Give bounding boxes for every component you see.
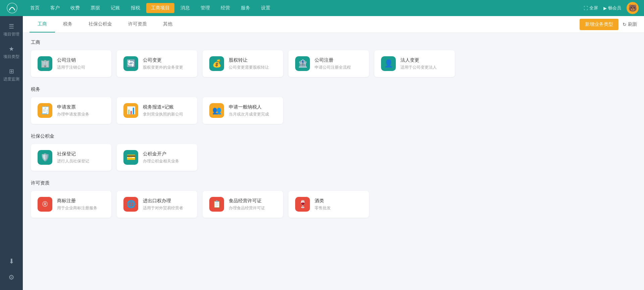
svg-point-0 [7, 3, 17, 13]
card-desc: 办理公积金相关业务 [143, 158, 179, 164]
card-进出口权办理[interactable]: 🌐进出口权办理适用于对外贸易经营者 [117, 191, 197, 218]
tab-其他[interactable]: 其他 [155, 16, 180, 32]
tab-bar: 工商税务社保公积金许可资质其他 新增业务类型 ↻ 刷新 [23, 16, 644, 33]
tab-税务[interactable]: 税务 [55, 16, 80, 32]
section-title: 税务 [31, 86, 636, 92]
card-申请发票[interactable]: 🧾申请发票办理申请发票业务 [31, 97, 111, 124]
card-name: 食品经营许可证 [229, 198, 265, 204]
card-公司变更[interactable]: 🔄公司变更股权变更外的业务变更 [117, 50, 197, 77]
list-icon: ☰ [8, 23, 15, 30]
card-社保登记[interactable]: 🛡️社保登记进行人员社保登记 [31, 144, 111, 171]
card-name: 商标注册 [57, 198, 97, 204]
nav-item-记账[interactable]: 记账 [106, 3, 125, 13]
download-button[interactable]: ⬇ [5, 254, 18, 269]
card-desc: 适用于注销公司 [57, 65, 85, 70]
nav-item-工商项目[interactable]: 工商项目 [146, 3, 174, 13]
member-label: 畅会员 [608, 5, 621, 11]
card-食品经营许可证[interactable]: 📋食品经营许可证办理食品经营许可证 [203, 191, 283, 218]
cards-grid: 🏢公司注销适用于注销公司🔄公司变更股权变更外的业务变更💰股权转让公司变更需要股权… [31, 50, 636, 77]
card-text: 公司注销适用于注销公司 [57, 57, 85, 70]
sidebar-bottom: ⬇ ⚙ [5, 254, 18, 290]
card-公司注销[interactable]: 🏢公司注销适用于注销公司 [31, 50, 111, 77]
card-法人变更[interactable]: 👤法人变更适用于公司变更法人 [374, 50, 455, 77]
refresh-icon: ↻ [623, 22, 627, 27]
sidebar-label-progress-monitor: 进度监测 [3, 76, 19, 82]
sidebar-label-project-type: 项目类型 [3, 54, 19, 60]
card-desc: 用于企业商标注册服务 [57, 205, 97, 211]
new-type-button[interactable]: 新增业务类型 [580, 19, 619, 30]
card-股权转让[interactable]: 💰股权转让公司变更需要股权转让 [203, 50, 283, 77]
left-sidebar: ☰ 项目管理 ★ 项目类型 ⊞ 进度监测 ⬇ ⚙ [0, 16, 23, 290]
card-name: 酒类 [315, 198, 331, 204]
member-icon: ▶ [603, 6, 607, 11]
card-text: 申请一般纳税人当月或次月成变更完成 [229, 104, 269, 117]
card-name: 公司注销 [57, 57, 85, 63]
nav-item-经营[interactable]: 经营 [216, 3, 235, 13]
card-name: 公司注册 [315, 57, 351, 63]
content-area: 工商税务社保公积金许可资质其他 新增业务类型 ↻ 刷新 工商🏢公司注销适用于注销… [23, 16, 644, 290]
card-desc: 办理申请发票业务 [57, 112, 89, 117]
tab-许可资质[interactable]: 许可资质 [120, 16, 155, 32]
card-icon: 👥 [209, 103, 224, 118]
star-icon: ★ [8, 45, 15, 53]
nav-item-设置[interactable]: 设置 [256, 3, 275, 13]
nav-items: 首页客户收费票据记账报税工商项目消息管理经营服务设置 [25, 3, 584, 13]
main-layout: ☰ 项目管理 ★ 项目类型 ⊞ 进度监测 ⬇ ⚙ 工商税务社保公积金许可资质其他… [0, 16, 644, 290]
nav-item-管理[interactable]: 管理 [196, 3, 215, 13]
card-申请一般纳税人[interactable]: 👥申请一般纳税人当月或次月成变更完成 [203, 97, 283, 124]
cards-grid: 🧾申请发票办理申请发票业务📊税务报道+记账拿到营业执照的新公司👥申请一般纳税人当… [31, 97, 636, 124]
card-desc: 当月或次月成变更完成 [229, 112, 269, 117]
card-text: 申请发票办理申请发票业务 [57, 104, 89, 117]
section-税务: 税务🧾申请发票办理申请发票业务📊税务报道+记账拿到营业执照的新公司👥申请一般纳税… [31, 86, 636, 124]
settings-wheel-button[interactable]: ⚙ [5, 270, 18, 285]
fullscreen-button[interactable]: ⛶ 全屏 [584, 5, 598, 11]
monitor-icon: ⊞ [8, 68, 15, 75]
tab-社保公积金[interactable]: 社保公积金 [80, 16, 120, 32]
card-name: 公司变更 [143, 57, 183, 63]
card-icon: 🧾 [38, 103, 52, 118]
card-酒类[interactable]: 🍷酒类零售批发 [288, 191, 369, 218]
section-社保公积金: 社保公积金🛡️社保登记进行人员社保登记💳公积金开户办理公积金相关业务 [31, 133, 636, 171]
tab-工商[interactable]: 工商 [30, 16, 55, 32]
cards-grid: ®商标注册用于企业商标注册服务🌐进出口权办理适用于对外贸易经营者📋食品经营许可证… [31, 191, 636, 218]
refresh-button[interactable]: ↻ 刷新 [623, 21, 637, 27]
card-text: 税务报道+记账拿到营业执照的新公司 [143, 104, 183, 117]
scroll-content[interactable]: 工商🏢公司注销适用于注销公司🔄公司变更股权变更外的业务变更💰股权转让公司变更需要… [23, 33, 644, 290]
sidebar-item-project-type[interactable]: ★ 项目类型 [0, 41, 23, 64]
nav-item-服务[interactable]: 服务 [236, 3, 255, 13]
card-name: 股权转让 [229, 57, 269, 63]
card-税务报道+记账[interactable]: 📊税务报道+记账拿到营业执照的新公司 [117, 97, 197, 124]
card-text: 食品经营许可证办理食品经营许可证 [229, 198, 265, 211]
card-text: 公司变更股权变更外的业务变更 [143, 57, 183, 70]
user-avatar[interactable]: 🐻 [627, 2, 639, 14]
card-icon: 🌐 [123, 197, 138, 212]
nav-item-收费[interactable]: 收费 [66, 3, 85, 13]
member-button[interactable]: ▶ 畅会员 [603, 5, 621, 11]
card-公积金开户[interactable]: 💳公积金开户办理公积金相关业务 [117, 144, 197, 171]
nav-item-票据[interactable]: 票据 [86, 3, 105, 13]
card-desc: 零售批发 [315, 205, 331, 211]
fullscreen-label: 全屏 [589, 5, 598, 11]
card-icon: 📋 [209, 197, 224, 212]
nav-item-客户[interactable]: 客户 [46, 3, 64, 13]
nav-item-消息[interactable]: 消息 [176, 3, 195, 13]
section-title: 许可资质 [31, 180, 636, 186]
card-icon: 💰 [209, 56, 224, 71]
sidebar-label-project-management: 项目管理 [3, 31, 19, 37]
card-商标注册[interactable]: ®商标注册用于企业商标注册服务 [31, 191, 111, 218]
card-desc: 拿到营业执照的新公司 [143, 112, 183, 117]
card-公司注册[interactable]: 🏦公司注册申请公司注册全流程 [288, 50, 369, 77]
card-name: 进出口权办理 [143, 198, 183, 204]
nav-item-首页[interactable]: 首页 [25, 3, 44, 13]
sidebar-item-progress-monitor[interactable]: ⊞ 进度监测 [0, 64, 23, 86]
card-icon: 🍷 [295, 197, 310, 212]
nav-item-报税[interactable]: 报税 [126, 3, 145, 13]
card-icon: 👤 [381, 56, 396, 71]
section-title: 工商 [31, 40, 636, 46]
section-许可资质: 许可资质®商标注册用于企业商标注册服务🌐进出口权办理适用于对外贸易经营者📋食品经… [31, 180, 636, 218]
nav-right: ⛶ 全屏 ▶ 畅会员 🐻 [584, 2, 639, 14]
card-icon: 📊 [123, 103, 138, 118]
sidebar-item-project-management[interactable]: ☰ 项目管理 [0, 19, 23, 41]
card-desc: 适用于对外贸易经营者 [143, 205, 183, 211]
card-desc: 股权变更外的业务变更 [143, 65, 183, 70]
